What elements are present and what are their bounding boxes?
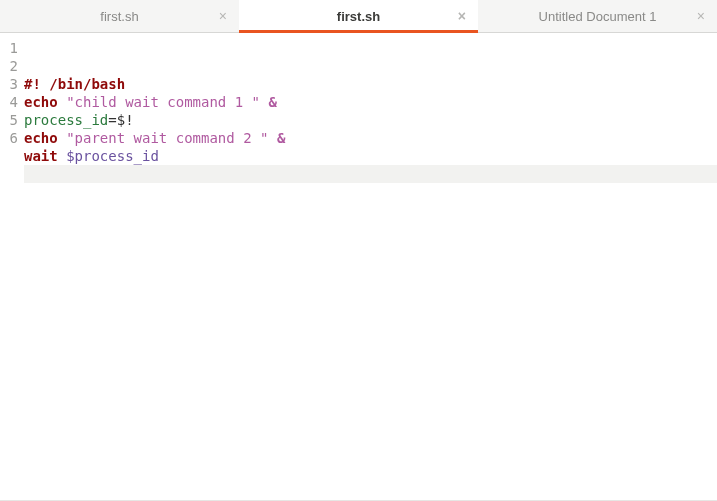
line-number: 2: [0, 57, 18, 75]
code-editor[interactable]: 1 2 3 4 5 6 #! /bin/bashecho "child wait…: [0, 33, 717, 501]
tab-label: first.sh: [100, 9, 138, 24]
tab-untitled-1[interactable]: Untitled Document 1 ×: [478, 0, 717, 32]
code-line: process_id=$!: [24, 111, 717, 129]
token-string: "parent wait command 2 ": [66, 130, 268, 146]
code-line: echo "parent wait command 2 " &: [24, 129, 717, 147]
close-icon[interactable]: ×: [219, 9, 227, 23]
token-string: "child wait command 1 ": [66, 94, 260, 110]
code-line: #! /bin/bash: [24, 75, 717, 93]
close-icon[interactable]: ×: [458, 9, 466, 23]
line-number: 6: [0, 129, 18, 147]
token-amp: &: [260, 94, 277, 110]
token-shebang: #!: [24, 76, 41, 92]
tab-label: Untitled Document 1: [539, 9, 657, 24]
token-shebang-path: /bin/bash: [41, 76, 125, 92]
tab-bar: first.sh × first.sh × Untitled Document …: [0, 0, 717, 33]
token-variable-ref: $process_id: [66, 148, 159, 164]
tab-first-sh-2[interactable]: first.sh ×: [239, 0, 478, 32]
token-variable: process_id: [24, 112, 108, 128]
code-line: wait $process_id: [24, 147, 717, 165]
tab-label: first.sh: [337, 9, 380, 24]
token-keyword: echo: [24, 94, 58, 110]
token-assign: =$!: [108, 112, 133, 128]
line-number: 1: [0, 39, 18, 57]
code-area[interactable]: #! /bin/bashecho "child wait command 1 "…: [20, 33, 717, 500]
token-keyword: echo: [24, 130, 58, 146]
line-number: 4: [0, 93, 18, 111]
token-amp: &: [268, 130, 285, 146]
line-number: 3: [0, 75, 18, 93]
token-keyword: wait: [24, 148, 58, 164]
line-number: 5: [0, 111, 18, 129]
close-icon[interactable]: ×: [697, 9, 705, 23]
code-line: echo "child wait command 1 " &: [24, 93, 717, 111]
line-number-gutter: 1 2 3 4 5 6: [0, 33, 20, 500]
tab-first-sh-1[interactable]: first.sh ×: [0, 0, 239, 32]
code-line-current: [24, 165, 717, 183]
